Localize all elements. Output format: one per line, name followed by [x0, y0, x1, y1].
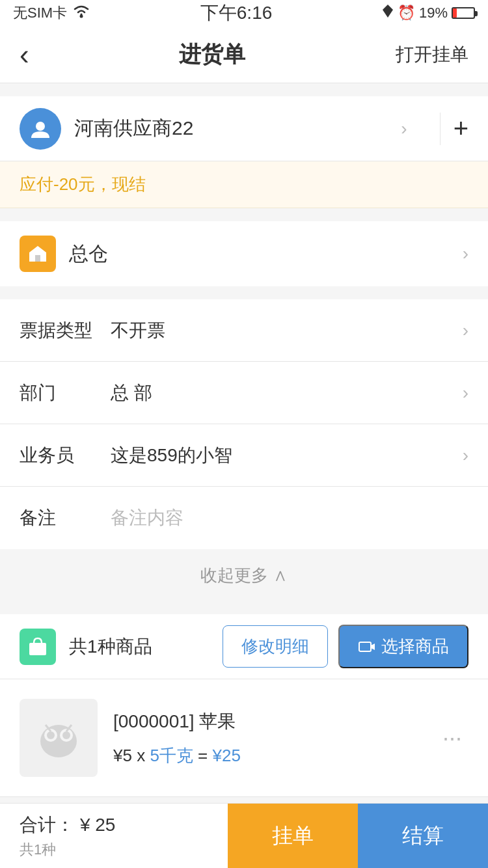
svg-point-0 [80, 15, 83, 18]
product-info: [0000001] 苹果 ¥5 x 5千克 = ¥25 [113, 709, 436, 767]
svg-point-9 [62, 731, 70, 739]
product-more-button[interactable]: ··· [436, 718, 468, 758]
product-item: [0000001] 苹果 ¥5 x 5千克 = ¥25 ··· [0, 679, 488, 797]
battery-percent: 19% [419, 5, 448, 21]
warehouse-name: 总仓 [69, 241, 463, 267]
supplier-alert: 应付-20元，现结 [0, 161, 488, 208]
product-thumbnail [20, 699, 98, 777]
supplier-section: 河南供应商22 › + 应付-20元，现结 [0, 96, 488, 208]
warehouse-row[interactable]: 总仓 › [0, 221, 488, 286]
page-title: 进货单 [179, 40, 245, 70]
collapse-row[interactable]: 收起更多 ∧ [0, 549, 488, 601]
products-count: 共1种商品 [69, 634, 223, 659]
warehouse-chevron-icon: › [463, 243, 468, 264]
product-title: 苹果 [199, 711, 236, 731]
product-multiply: x [137, 746, 150, 765]
dept-row[interactable]: 部门 总 部 › [0, 362, 488, 424]
status-time: 下午6:16 [200, 1, 273, 25]
wifi-icon [72, 4, 90, 22]
svg-point-1 [36, 122, 45, 131]
invoice-chevron-icon: › [463, 320, 468, 341]
form-section: 票据类型 不开票 › 部门 总 部 › 业务员 这是859的小智 › 备注 备注… [0, 299, 488, 549]
remark-row[interactable]: 备注 备注内容 [0, 487, 488, 549]
select-product-label: 选择商品 [381, 635, 449, 658]
svg-rect-2 [35, 255, 40, 262]
total-count: 共1种 [20, 840, 208, 860]
product-total: ¥25 [213, 746, 241, 765]
salesman-label: 业务员 [20, 443, 98, 468]
salesman-value: 这是859的小智 [98, 443, 463, 468]
salesman-row[interactable]: 业务员 这是859的小智 › [0, 424, 488, 487]
total-section: 合计： ¥ 25 共1种 [0, 812, 228, 860]
total-label: 合计： [20, 815, 74, 835]
svg-rect-4 [359, 642, 371, 651]
dept-chevron-icon: › [463, 383, 468, 403]
products-icon [20, 629, 56, 665]
status-left: 无SIM卡 [13, 3, 90, 23]
hang-button[interactable]: 挂单 [228, 804, 358, 869]
select-product-button[interactable]: 选择商品 [338, 625, 468, 668]
product-id: [0000001] [113, 711, 195, 731]
checkout-button[interactable]: 结算 [358, 804, 488, 869]
collapse-label: 收起更多 ∧ [200, 564, 287, 587]
products-header: 共1种商品 修改明细 选择商品 [0, 614, 488, 679]
product-unit-price: ¥5 [113, 746, 132, 765]
supplier-divider [440, 113, 441, 145]
dept-value: 总 部 [98, 381, 463, 405]
svg-point-8 [47, 731, 55, 739]
battery-icon [452, 7, 475, 19]
nav-bar: ‹ 进货单 打开挂单 [0, 26, 488, 83]
alarm-icon: ⏰ [398, 5, 415, 21]
remark-label: 备注 [20, 506, 98, 530]
edit-detail-button[interactable]: 修改明细 [223, 625, 328, 668]
invoice-value: 不开票 [98, 318, 463, 343]
supplier-row[interactable]: 河南供应商22 › + [0, 96, 488, 161]
remark-value[interactable]: 备注内容 [98, 506, 468, 530]
total-amount: 合计： ¥ 25 [20, 812, 208, 837]
supplier-name: 河南供应商22 [74, 115, 401, 142]
invoice-row[interactable]: 票据类型 不开票 › [0, 299, 488, 362]
invoice-label: 票据类型 [20, 318, 98, 343]
product-equals: = [198, 746, 212, 765]
svg-point-5 [40, 725, 77, 757]
warehouse-section: 总仓 › [0, 221, 488, 286]
product-name: [0000001] 苹果 [113, 709, 436, 734]
status-right: ⏰ 19% [382, 4, 475, 22]
warehouse-icon [20, 236, 56, 272]
supplier-avatar [20, 108, 61, 150]
svg-rect-3 [29, 643, 46, 655]
back-button[interactable]: ‹ [20, 38, 29, 71]
status-bar: 无SIM卡 下午6:16 ⏰ 19% [0, 0, 488, 26]
location-icon [382, 4, 394, 22]
supplier-chevron-icon: › [401, 118, 407, 139]
product-price: ¥5 x 5千克 = ¥25 [113, 744, 436, 767]
add-supplier-button[interactable]: + [454, 114, 468, 143]
open-hang-button[interactable]: 打开挂单 [396, 42, 468, 67]
dept-label: 部门 [20, 381, 98, 405]
carrier-label: 无SIM卡 [13, 3, 67, 23]
total-value: ¥ 25 [80, 815, 116, 835]
product-qty: 5千克 [150, 746, 193, 765]
salesman-chevron-icon: › [463, 445, 468, 466]
bottom-bar: 合计： ¥ 25 共1种 挂单 结算 [0, 803, 488, 868]
